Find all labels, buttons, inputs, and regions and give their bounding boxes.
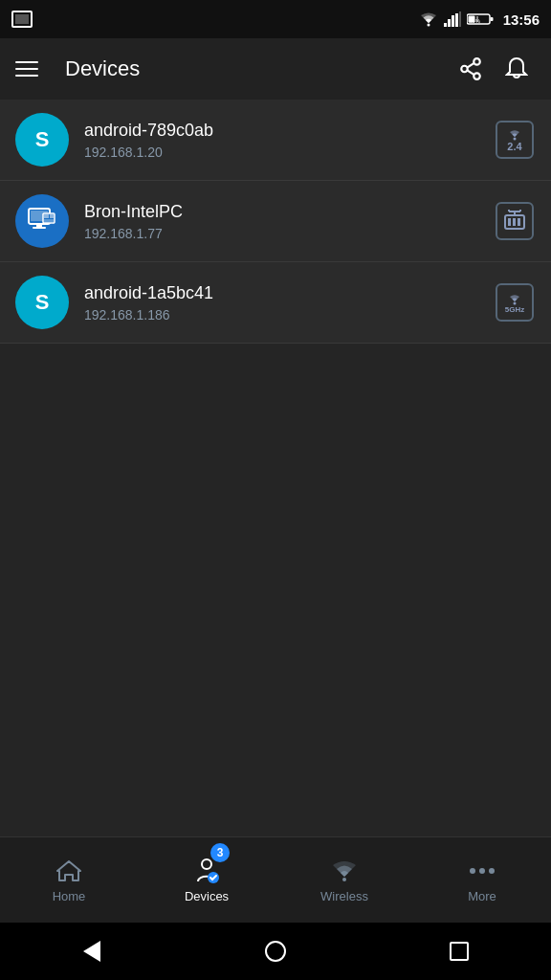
device-item[interactable]: S android-789c0ab 192.168.1.20 2.4 (0, 100, 551, 181)
avatar-letter: S (35, 127, 50, 152)
badge-count: 3 (217, 846, 224, 859)
device-ip: 192.168.1.77 (84, 226, 494, 241)
dot-3 (489, 868, 495, 874)
device-list: S android-789c0ab 192.168.1.20 2.4 (0, 100, 551, 344)
app-layout: 35% 13:56 Devices (0, 0, 551, 980)
svg-rect-1 (444, 23, 447, 27)
wifi-small-icon (504, 292, 525, 305)
device-avatar: S (15, 113, 69, 167)
ethernet-icon-badge (496, 202, 534, 240)
battery-icon: 35% (467, 12, 494, 26)
hamburger-line-3 (15, 75, 38, 77)
wifi5-badge: 5GHz (496, 283, 534, 322)
bell-icon (505, 56, 528, 81)
svg-rect-3 (452, 15, 454, 27)
svg-point-37 (342, 878, 346, 881)
back-icon (83, 941, 100, 962)
device-name: android-789c0ab (84, 121, 494, 141)
svg-rect-5 (459, 11, 461, 27)
svg-rect-28 (518, 218, 520, 226)
svg-rect-4 (455, 13, 458, 27)
svg-rect-23 (50, 214, 54, 218)
screenshot-icon (11, 11, 33, 28)
nav-label-devices: Devices (185, 889, 229, 903)
device-avatar-pc (15, 194, 69, 248)
status-icons: 35% 13:56 (419, 11, 540, 28)
home-icon (55, 857, 83, 885)
recents-icon (450, 942, 469, 961)
dot-1 (470, 868, 475, 874)
device-info: android-1a5bc41 192.168.1.186 (84, 283, 494, 323)
back-button[interactable] (68, 932, 116, 970)
wifi-small-icon (504, 127, 525, 141)
home-button[interactable] (252, 932, 299, 970)
svg-text:35%: 35% (469, 18, 481, 24)
status-bar: 35% 13:56 (0, 0, 551, 38)
ethernet-icon (501, 208, 528, 234)
nav-item-more[interactable]: More (413, 837, 551, 923)
pc-icon-container (27, 208, 57, 234)
svg-line-14 (467, 63, 474, 68)
device-ip: 192.168.1.186 (84, 307, 494, 323)
home-svg-icon (55, 858, 82, 884)
device-avatar: S (15, 276, 69, 329)
svg-rect-26 (508, 218, 511, 226)
nav-item-home[interactable]: Home (0, 837, 138, 923)
device-ip: 192.168.1.20 (84, 145, 494, 160)
wifi-status-icon (419, 11, 438, 27)
hamburger-line-2 (15, 68, 38, 70)
svg-rect-20 (33, 227, 46, 229)
pc-monitor-icon (27, 208, 57, 234)
svg-rect-19 (36, 224, 42, 227)
more-dots-icon (470, 868, 495, 874)
status-bar-left (11, 11, 413, 28)
wifi-badge-label: 2.4 (507, 141, 521, 152)
app-bar: Devices (0, 38, 551, 100)
nav-item-devices[interactable]: 3 Devices (138, 837, 276, 923)
svg-point-0 (427, 24, 430, 27)
wireless-nav-icon (330, 857, 359, 885)
share-icon (458, 56, 483, 81)
svg-rect-27 (513, 218, 516, 226)
svg-rect-2 (448, 19, 451, 27)
device-name: Bron-IntelPC (84, 202, 494, 222)
bottom-nav: Home 3 Devices (0, 836, 551, 923)
device-info: Bron-IntelPC 192.168.1.77 (84, 202, 494, 241)
notification-button[interactable] (497, 50, 536, 88)
device-badge: 2.4 (494, 119, 536, 161)
hamburger-line-1 (15, 61, 38, 63)
device-item[interactable]: Bron-IntelPC 192.168.1.77 (0, 181, 551, 262)
wireless-svg-icon (330, 858, 359, 884)
device-item[interactable]: S android-1a5bc41 192.168.1.186 5GHz (0, 262, 551, 344)
home-sys-icon (265, 941, 286, 962)
signal-icon (444, 11, 461, 27)
recents-button[interactable] (435, 932, 483, 970)
devices-badge: 3 (210, 843, 230, 862)
wifi5-badge-label: 5GHz (505, 305, 524, 314)
page-title: Devices (65, 56, 452, 81)
dot-2 (479, 868, 485, 874)
svg-line-15 (467, 70, 474, 75)
hamburger-menu-button[interactable] (15, 52, 50, 86)
device-badge: 5GHz (494, 281, 536, 323)
svg-point-35 (202, 859, 211, 869)
status-time: 13:56 (503, 11, 540, 28)
nav-item-wireless[interactable]: Wireless (276, 837, 413, 923)
nav-label-home: Home (53, 889, 86, 903)
wifi-badge: 2.4 (496, 121, 534, 159)
svg-rect-24 (44, 219, 54, 222)
nav-label-more: More (468, 889, 496, 903)
svg-rect-22 (44, 214, 49, 218)
avatar-letter: S (35, 290, 50, 315)
device-info: android-789c0ab 192.168.1.20 (84, 121, 494, 160)
svg-rect-7 (490, 17, 493, 21)
share-button[interactable] (452, 50, 490, 88)
device-name: android-1a5bc41 (84, 283, 494, 303)
device-badge-ethernet (494, 200, 536, 242)
nav-label-wireless: Wireless (320, 889, 368, 903)
more-nav-icon (468, 857, 496, 885)
system-nav-bar (0, 923, 551, 980)
svg-rect-10 (476, 16, 478, 22)
